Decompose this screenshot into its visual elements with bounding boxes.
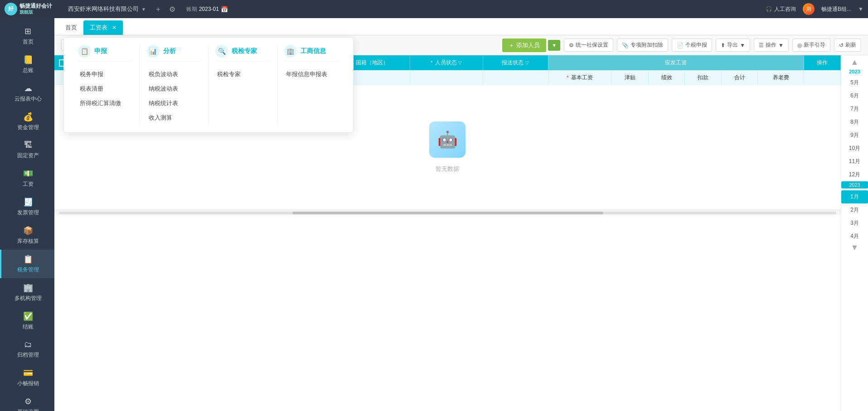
cal-nav-up[interactable]: ▲ — [851, 58, 859, 67]
cal-month-2[interactable]: 2月 — [841, 203, 868, 217]
th-report-status-label: 报送状态 — [502, 59, 524, 66]
sidebar-item-archive[interactable]: 🗂 归档管理 — [0, 335, 54, 363]
calendar-icon[interactable]: 📅 — [221, 6, 228, 13]
cal-nav-down[interactable]: ▼ — [851, 243, 859, 252]
salary-icon: 💵 — [23, 169, 33, 179]
dropdown-col-analysis: 📊 分析 税负波动表 纳税波动表 纳税统计表 收入测算 — [140, 45, 209, 125]
sidebar-item-home[interactable]: ⊞ 首页 — [0, 22, 54, 50]
sidebar-item-tax[interactable]: 📋 税务管理 — [0, 250, 54, 278]
col-header-analysis: 📊 分析 — [147, 45, 202, 62]
tax-dropdown-menu: 📋 申报 税务申报 税表清册 所得税汇算清缴 📊 分析 税负波动表 纳税波动表 … — [63, 37, 354, 133]
report-filter-icon[interactable]: ▽ — [525, 60, 529, 65]
th-sub-deduction: 扣款 — [685, 70, 722, 85]
sidebar-item-ledger[interactable]: 📒 总账 — [0, 50, 54, 79]
menu-item-payment-fluctuation[interactable]: 纳税波动表 — [147, 82, 202, 96]
menu-item-tax-table[interactable]: 税表清册 — [78, 82, 133, 96]
user-dropdown-icon[interactable]: ▼ — [858, 6, 863, 12]
company-arrow-icon: ▼ — [141, 7, 146, 12]
menu-item-tax-fluctuation[interactable]: 税负波动表 — [147, 67, 202, 82]
tab-salary-label: 工资表 — [90, 24, 107, 32]
add-person-dropdown-button[interactable]: ▼ — [548, 40, 560, 51]
period-value: 2023-01 — [199, 6, 219, 12]
export-button[interactable]: ⬆ 导出 ▼ — [716, 39, 750, 52]
business-icon: 🏢 — [284, 45, 297, 58]
scroll-track[interactable] — [59, 212, 836, 214]
menu-item-income-tax-settlement[interactable]: 所得税汇算清缴 — [78, 96, 133, 111]
cal-month-6[interactable]: 6月 — [841, 89, 868, 102]
multi-org-icon: 🏢 — [23, 283, 33, 293]
sidebar-label-tax: 税务管理 — [17, 266, 39, 274]
th-report-status: 报送状态 ▽ — [483, 55, 548, 70]
cal-month-5[interactable]: 5月 — [841, 76, 868, 89]
tab-home[interactable]: 首页 — [59, 20, 83, 35]
menu-item-payment-statistics[interactable]: 纳税统计表 — [147, 96, 202, 111]
close-period-icon: ✅ — [23, 311, 33, 321]
fund-icon: 💰 — [23, 112, 33, 122]
cal-month-11[interactable]: 11月 — [841, 155, 868, 168]
service-label: 人工咨询 — [774, 5, 796, 13]
th-sub-pension-label: 养老费 — [773, 74, 789, 81]
sidebar-item-salary[interactable]: 💵 工资 — [0, 164, 54, 193]
refresh-label: 刷新 — [845, 41, 856, 49]
top-header: 好 畅捷通好会计 旗舰版 西安虾米网络科技有限公司 ▼ ＋ ⚙ 账期 2023-… — [0, 0, 868, 18]
operations-label: 操作 — [766, 41, 776, 49]
tab-bar: 首页 工资表 ✕ — [54, 18, 868, 35]
tax-declaration-button[interactable]: 📄 个税申报 — [672, 39, 712, 52]
sidebar-item-invoice[interactable]: 🧾 发票管理 — [0, 193, 54, 221]
company-selector[interactable]: 西安虾米网络科技有限公司 ▼ — [68, 5, 146, 13]
th-sub-ops-blank — [804, 70, 841, 85]
dropdown-col-tax-expert: 🔍 税检专家 税检专家 — [209, 45, 277, 125]
add-company-icon[interactable]: ＋ — [153, 4, 164, 15]
tab-close-icon[interactable]: ✕ — [112, 24, 116, 31]
settings-icon[interactable]: ⚙ — [167, 4, 177, 15]
guide-toolbar-icon: ◎ — [797, 42, 802, 48]
cal-month-4[interactable]: 4月 — [841, 230, 868, 243]
horizontal-scrollbar[interactable] — [54, 210, 841, 215]
logo-icon: 好 — [5, 3, 17, 15]
empty-text: 暂无数据 — [436, 165, 459, 173]
th-operations: 操作 — [804, 55, 841, 70]
user-name[interactable]: 畅捷通B组... — [821, 5, 851, 13]
guide-label: 新手引导 — [804, 41, 825, 49]
inventory-icon: 📦 — [23, 226, 33, 236]
tax-icon: 📋 — [23, 254, 33, 264]
scroll-thumb[interactable] — [292, 212, 603, 214]
sidebar-item-inventory[interactable]: 📦 库存核算 — [0, 221, 54, 250]
cal-month-12[interactable]: 12月 — [841, 168, 868, 181]
menu-item-tax-declaration[interactable]: 税务申报 — [78, 67, 133, 82]
cal-month-1-current[interactable]: 1月 — [841, 190, 868, 203]
sidebar-item-multi-org[interactable]: 🏢 多机构管理 — [0, 278, 54, 307]
menu-item-annual-report[interactable]: 年报信息申报表 — [284, 67, 339, 82]
sidebar-label-expense: 小畅报销 — [17, 380, 39, 387]
add-person-button[interactable]: ＋ 添加人员 — [502, 39, 546, 52]
menu-item-tax-expert[interactable]: 税检专家 — [215, 67, 270, 82]
sidebar-label-multi-org: 多机构管理 — [15, 295, 42, 302]
cal-month-9[interactable]: 9月 — [841, 129, 868, 142]
service-button[interactable]: 🎧 人工咨询 — [766, 5, 796, 13]
refresh-button[interactable]: ↺ 刷新 — [834, 39, 861, 52]
tab-salary-table[interactable]: 工资表 ✕ — [83, 20, 123, 35]
social-security-button[interactable]: ⚙ 统一社保设置 — [564, 39, 613, 52]
cal-month-3[interactable]: 3月 — [841, 217, 868, 230]
sidebar-item-fund[interactable]: 💰 资金管理 — [0, 107, 54, 136]
col-title-tax-expert: 税检专家 — [232, 47, 257, 55]
add-person-label: 添加人员 — [516, 41, 540, 49]
status-filter-icon[interactable]: ▽ — [458, 60, 462, 65]
menu-item-income-calculation[interactable]: 收入测算 — [147, 111, 202, 125]
sidebar-item-expense[interactable]: 💳 小畅报销 — [0, 363, 54, 392]
sidebar-item-close[interactable]: ✅ 结账 — [0, 307, 54, 335]
sidebar-item-cloud-report[interactable]: ☁ 云报表中心 — [0, 79, 54, 107]
cal-month-10[interactable]: 10月 — [841, 142, 868, 155]
sidebar-item-assets[interactable]: 🏗 固定资产 — [0, 136, 54, 164]
calendar-panel: ▲ 2023 5月 6月 7月 8月 9月 10月 11月 12月 2023 1… — [841, 55, 868, 411]
guide-button[interactable]: ◎ 新手引导 — [792, 39, 830, 52]
special-deduction-button[interactable]: 📎 专项附加扣除 — [617, 39, 668, 52]
th-sub-total-label: 合计 — [734, 74, 745, 81]
operations-button[interactable]: ☰ 操作 ▼ — [754, 39, 789, 52]
cal-month-7[interactable]: 7月 — [841, 102, 868, 116]
cal-month-8[interactable]: 8月 — [841, 116, 868, 129]
empty-robot-icon: 🤖 — [429, 121, 466, 158]
assets-icon: 🏗 — [24, 140, 32, 150]
sidebar-item-settings[interactable]: ⚙ 基础设置 — [0, 392, 54, 411]
operations-icon: ☰ — [759, 42, 764, 48]
